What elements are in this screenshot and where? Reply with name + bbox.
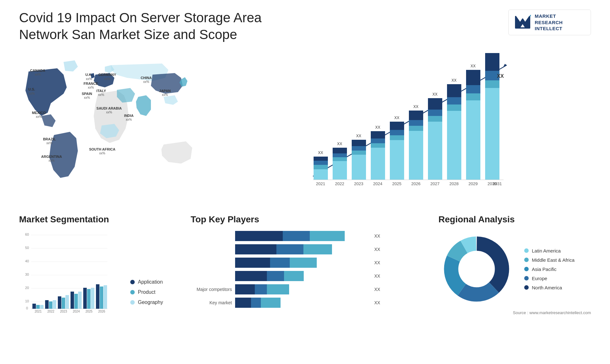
svg-rect-51 <box>485 88 499 180</box>
player-bar-seg <box>283 231 310 241</box>
legend-item-application: Application <box>130 279 178 285</box>
player-label-major: Major competitors <box>191 287 232 292</box>
player-xx-3: XX <box>374 260 380 265</box>
reg-dot-europe <box>524 276 529 280</box>
table-row: Major competitors XX <box>191 284 426 294</box>
svg-rect-7 <box>314 165 328 169</box>
svg-rect-47 <box>466 93 480 100</box>
svg-rect-97 <box>78 292 82 309</box>
svg-text:XX: XX <box>394 116 399 120</box>
table-row: Key market XX <box>191 298 426 308</box>
svg-rect-93 <box>65 295 69 309</box>
svg-text:2022: 2022 <box>47 310 55 313</box>
player-label-key: Key market <box>191 300 232 305</box>
reg-label-latin: Latin America <box>532 248 561 253</box>
svg-rect-24 <box>371 131 385 138</box>
reg-dot-na <box>524 285 529 290</box>
svg-text:XX: XX <box>337 142 342 146</box>
seg-chart: 60 50 40 30 20 10 0 <box>19 231 121 315</box>
svg-rect-84 <box>36 305 40 309</box>
svg-rect-26 <box>390 140 404 180</box>
legend-item-geography: Geography <box>130 300 178 305</box>
svg-rect-95 <box>71 292 74 309</box>
svg-text:2031: 2031 <box>493 181 502 186</box>
reg-legend-item-apac: Asia Pacific <box>524 266 574 272</box>
svg-rect-33 <box>409 120 423 126</box>
bottom-row: Market Segmentation 60 50 40 30 20 10 0 <box>19 214 591 315</box>
legend-item-product: Product <box>130 289 178 295</box>
legend-label-geography: Geography <box>138 300 163 305</box>
svg-rect-88 <box>49 301 52 309</box>
svg-text:2022: 2022 <box>335 181 344 186</box>
svg-rect-103 <box>96 284 99 309</box>
svg-rect-16 <box>352 155 366 180</box>
player-bars-4 <box>235 271 369 281</box>
svg-text:2024: 2024 <box>373 181 383 186</box>
svg-rect-28 <box>390 130 404 135</box>
regional-inner: Latin America Middle East & Africa Asia … <box>438 231 591 307</box>
svg-rect-83 <box>32 304 36 309</box>
map-section: CANADAxx% U.S.xx% MEXICOxx% BRAZILxx% AR… <box>19 52 203 205</box>
segmentation-title: Market Segmentation <box>19 214 178 225</box>
player-bar-seg <box>310 231 345 241</box>
reg-label-mea: Middle East & Africa <box>532 257 574 263</box>
svg-rect-54 <box>485 53 499 71</box>
svg-rect-23 <box>371 138 385 143</box>
donut-center <box>460 253 493 286</box>
seg-inner: 60 50 40 30 20 10 0 <box>19 231 178 315</box>
svg-rect-87 <box>45 300 49 309</box>
svg-rect-17 <box>352 151 366 155</box>
player-xx-1: XX <box>374 233 380 239</box>
player-xx-6: XX <box>374 300 380 305</box>
table-row: XX <box>191 231 426 241</box>
legend-dot-product <box>130 290 135 294</box>
svg-rect-41 <box>447 111 461 180</box>
svg-text:XX: XX <box>432 92 437 97</box>
svg-rect-46 <box>466 100 480 180</box>
svg-rect-21 <box>371 148 385 180</box>
svg-text:40: 40 <box>25 259 29 263</box>
svg-rect-42 <box>447 104 461 111</box>
page-wrapper: Covid 19 Impact On Server Storage Area N… <box>0 0 610 364</box>
source-line: Source : www.marketresearchintellect.com <box>438 310 591 315</box>
svg-rect-34 <box>409 111 423 120</box>
svg-text:2028: 2028 <box>450 181 459 186</box>
svg-rect-91 <box>58 296 61 309</box>
svg-text:2021: 2021 <box>35 310 42 313</box>
svg-rect-89 <box>53 300 56 309</box>
players-title: Top Key Players <box>191 214 426 225</box>
svg-rect-31 <box>409 131 423 180</box>
page-title: Covid 19 Impact On Server Storage Area N… <box>19 10 305 43</box>
svg-rect-13 <box>333 153 347 157</box>
table-row: XX <box>191 244 426 254</box>
svg-rect-49 <box>466 70 480 85</box>
svg-rect-37 <box>428 116 442 122</box>
svg-text:XX: XX <box>375 125 380 130</box>
svg-rect-44 <box>447 84 461 97</box>
table-row: XX <box>191 258 426 268</box>
reg-legend-item-latin: Latin America <box>524 248 574 253</box>
svg-rect-101 <box>91 288 94 309</box>
svg-text:2029: 2029 <box>469 181 478 186</box>
reg-legend-item-na: North America <box>524 285 574 290</box>
player-bar-seg <box>235 231 283 241</box>
svg-text:2025: 2025 <box>85 310 93 313</box>
player-bars-3 <box>235 258 369 268</box>
table-row: XX <box>191 271 426 281</box>
svg-rect-99 <box>83 288 87 309</box>
svg-rect-39 <box>428 98 442 110</box>
reg-dot-latin <box>524 248 529 253</box>
svg-text:2026: 2026 <box>411 181 421 186</box>
svg-rect-32 <box>409 126 423 131</box>
svg-rect-29 <box>390 122 404 130</box>
svg-rect-100 <box>87 289 91 309</box>
svg-text:XX: XX <box>356 134 361 138</box>
map-container: CANADAxx% U.S.xx% MEXICOxx% BRAZILxx% AR… <box>19 52 203 205</box>
svg-text:0: 0 <box>26 306 28 310</box>
reg-dot-mea <box>524 258 529 262</box>
player-xx-5: XX <box>374 287 380 292</box>
reg-dot-apac <box>524 267 529 271</box>
svg-text:2023: 2023 <box>354 181 363 186</box>
world-map-svg <box>19 52 203 199</box>
svg-rect-43 <box>447 97 461 104</box>
